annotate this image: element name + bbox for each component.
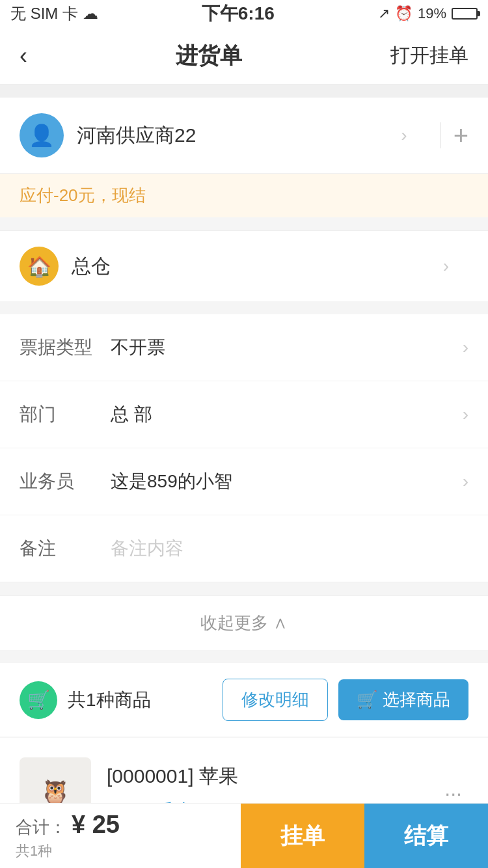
top-divider (0, 85, 488, 98)
alarm-icon: ⏰ (395, 5, 413, 22)
department-row[interactable]: 部门 总 部 › (0, 381, 488, 448)
staff-label: 业务员 (20, 469, 111, 494)
invoice-type-row[interactable]: 票据类型 不开票 › (0, 314, 488, 381)
warehouse-row[interactable]: 🏠 总仓 › (0, 230, 488, 301)
add-supplier-button[interactable]: + (454, 121, 468, 150)
cart-icon: 🛒 (27, 689, 50, 711)
total-label: 合计： (16, 816, 66, 839)
supplier-chevron-icon: › (401, 125, 407, 146)
edit-detail-button[interactable]: 修改明细 (223, 679, 328, 721)
supplier-name: 河南供应商22 (77, 122, 401, 149)
checkout-button[interactable]: 结算 (364, 804, 488, 868)
select-product-button[interactable]: 🛒 选择商品 (338, 679, 468, 720)
products-icon: 🛒 (20, 681, 57, 719)
remark-row[interactable]: 备注 备注内容 (0, 515, 488, 582)
divider (440, 122, 441, 148)
select-product-icon: 🛒 (357, 690, 377, 710)
open-hang-button[interactable]: 打开挂单 (390, 42, 468, 69)
products-header: 🛒 共1种商品 修改明细 🛒 选择商品 (0, 663, 488, 737)
remark-input[interactable]: 备注内容 (111, 536, 468, 561)
products-count: 共1种商品 (68, 688, 223, 712)
battery-icon (452, 8, 478, 20)
warehouse-icon: 🏠 (20, 247, 59, 286)
collapse-button[interactable]: 收起更多 ∧ (0, 595, 488, 650)
back-button[interactable]: ‹ (20, 42, 27, 70)
warehouse-chevron-icon: › (443, 256, 449, 277)
status-right: ↗ ⏰ 19% (378, 5, 478, 22)
remark-label: 备注 (20, 536, 111, 561)
supplier-section: 👤 河南供应商22 › + 应付-20元，现结 (0, 98, 488, 217)
staff-value: 这是859的小智 (111, 469, 463, 494)
total-section: 合计： ¥ 25 共1种 (0, 804, 241, 868)
warehouse-section: 🏠 总仓 › (0, 230, 488, 301)
invoice-type-label: 票据类型 (20, 335, 111, 360)
battery-label: 19% (418, 5, 446, 22)
product-code: [0000001] (107, 765, 193, 787)
form-section: 票据类型 不开票 › 部门 总 部 › 业务员 这是859的小智 › 备注 备注… (0, 314, 488, 582)
sim-label: 无 SIM 卡 ☁ (10, 3, 98, 24)
product-name: [0000001] 苹果 (107, 763, 438, 790)
status-time: 下午6:16 (202, 1, 275, 26)
total-row: 合计： ¥ 25 (16, 811, 225, 839)
page-title: 进货单 (176, 41, 242, 71)
warehouse-name: 总仓 (72, 253, 443, 280)
staff-row[interactable]: 业务员 这是859的小智 › (0, 448, 488, 515)
invoice-type-value: 不开票 (111, 335, 463, 360)
notice-bar: 应付-20元，现结 (0, 174, 488, 217)
status-left: 无 SIM 卡 ☁ (10, 3, 98, 24)
department-value: 总 部 (111, 402, 463, 427)
hang-button[interactable]: 挂单 (241, 804, 364, 868)
nav-bar: ‹ 进货单 打开挂单 (0, 27, 488, 85)
department-chevron-icon: › (463, 404, 468, 425)
supplier-row[interactable]: 👤 河南供应商22 › + (0, 98, 488, 174)
bottom-bar: 合计： ¥ 25 共1种 挂单 结算 (0, 803, 488, 868)
staff-chevron-icon: › (463, 471, 468, 492)
department-label: 部门 (20, 402, 111, 427)
location-icon: ↗ (378, 5, 390, 22)
total-sub: 共1种 (16, 841, 225, 861)
person-icon: 👤 (29, 123, 55, 148)
select-product-label: 选择商品 (383, 688, 450, 711)
total-amount: ¥ 25 (72, 811, 120, 839)
product-title: 苹果 (199, 765, 238, 787)
status-bar: 无 SIM 卡 ☁ 下午6:16 ↗ ⏰ 19% (0, 0, 488, 27)
invoice-chevron-icon: › (463, 337, 468, 358)
supplier-avatar: 👤 (20, 113, 64, 157)
